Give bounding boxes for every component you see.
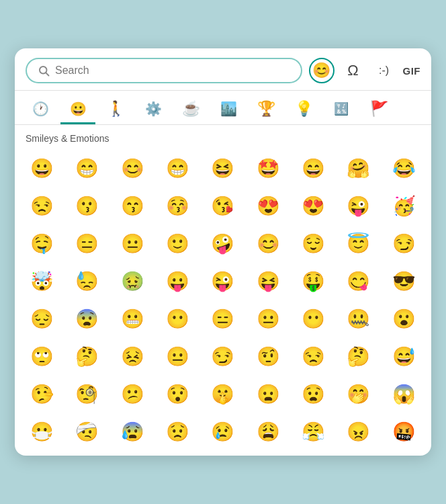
- emoji-cell[interactable]: 😜: [201, 263, 244, 300]
- emoji-cell[interactable]: 🧐: [65, 376, 109, 413]
- emoji-cell[interactable]: 😑: [65, 226, 109, 262]
- svg-line-1: [46, 73, 48, 75]
- tab-symbols[interactable]: 💡: [286, 95, 321, 124]
- emoji-cell[interactable]: 😍: [292, 188, 335, 224]
- emoji-cell[interactable]: 🥳: [382, 188, 426, 224]
- emoji-cell[interactable]: 😤: [292, 414, 335, 450]
- emoji-cell[interactable]: 😶: [292, 301, 335, 337]
- tab-people[interactable]: 🚶: [98, 95, 133, 124]
- emoji-cell[interactable]: 😁: [65, 151, 109, 187]
- tab-activities[interactable]: ⚙️: [136, 95, 171, 124]
- emoji-cell[interactable]: 🤗: [337, 151, 380, 187]
- emoji-cell[interactable]: 😒: [292, 339, 335, 375]
- emoji-cell[interactable]: 🤯: [20, 263, 64, 300]
- gif-button[interactable]: GIF: [403, 58, 421, 83]
- emoji-cell[interactable]: 😕: [111, 376, 154, 413]
- emoji-cell[interactable]: 😇: [337, 226, 380, 262]
- tab-objects[interactable]: 🏆: [249, 95, 283, 124]
- emoji-cell[interactable]: 😱: [382, 376, 426, 413]
- emoji-cell[interactable]: 😦: [247, 376, 290, 413]
- emoji-picker: 😊 Ω :-) GIF 🕐 😀 🚶 ⚙️ ☕ 🏙️: [15, 48, 431, 456]
- emoji-cell[interactable]: 😢: [201, 414, 244, 450]
- emoji-cell[interactable]: 😨: [65, 301, 109, 337]
- emoji-cell[interactable]: 🤫: [201, 376, 244, 413]
- tab-smileys[interactable]: 😀: [60, 95, 95, 124]
- emoji-cell[interactable]: 😋: [337, 263, 380, 300]
- search-box[interactable]: [26, 58, 302, 83]
- emoji-cell[interactable]: 😎: [382, 263, 426, 300]
- tab-travel[interactable]: 🏙️: [211, 95, 246, 124]
- emoji-cell[interactable]: 🤢: [111, 263, 154, 300]
- emoji-cell[interactable]: 😐: [247, 301, 290, 337]
- emoji-cell[interactable]: 😘: [201, 188, 244, 224]
- emoji-cell[interactable]: 😑: [201, 301, 244, 337]
- search-input[interactable]: [55, 65, 290, 77]
- emoji-cell[interactable]: 😁: [156, 151, 199, 187]
- emoji-cell[interactable]: 😮: [382, 301, 426, 337]
- tab-symbols2[interactable]: 🔣: [324, 95, 359, 124]
- category-tabs: 🕐 😀 🚶 ⚙️ ☕ 🏙️ 🏆 💡 🔣 🚩: [15, 91, 431, 125]
- emoji-cell[interactable]: 😐: [111, 226, 154, 262]
- search-icon: [38, 65, 50, 77]
- emoji-cell[interactable]: 😅: [382, 339, 426, 375]
- emoji-cell[interactable]: 🤤: [20, 226, 64, 262]
- emoji-cell[interactable]: 🤩: [247, 151, 290, 187]
- emoji-cell[interactable]: 😶: [156, 301, 199, 337]
- emoji-cell[interactable]: 😀: [20, 151, 64, 187]
- emoji-cell[interactable]: 😧: [292, 376, 335, 413]
- emoji-cell[interactable]: 😬: [111, 301, 154, 337]
- emoji-cell[interactable]: 😊: [247, 226, 290, 262]
- emoji-cell[interactable]: 😏: [201, 339, 244, 375]
- emoji-cell[interactable]: 😔: [20, 301, 64, 337]
- tab-flags[interactable]: 🚩: [361, 95, 396, 124]
- emoji-cell[interactable]: 😣: [111, 339, 154, 375]
- emoji-grid: 😀😁😊😁😆🤩😄🤗😂😒😗😙😚😘😍😍😜🥳🤤😑😐🙂🤪😊😌😇😏🤯😓🤢😛😜😝🤑😋😎😔😨😬😶…: [15, 148, 431, 456]
- omega-button[interactable]: Ω: [341, 58, 365, 83]
- emoji-cell[interactable]: 😏: [382, 226, 426, 262]
- emoji-cell[interactable]: 😚: [156, 188, 199, 224]
- emoji-cell[interactable]: 🤔: [65, 339, 109, 375]
- emoji-cell[interactable]: 🤕: [65, 414, 109, 450]
- emoji-cell[interactable]: 😝: [247, 263, 290, 300]
- emoji-cell[interactable]: 🤔: [337, 339, 380, 375]
- emoji-cell[interactable]: 😜: [337, 188, 380, 224]
- emoji-cell[interactable]: 😙: [111, 188, 154, 224]
- emoji-cell[interactable]: 😌: [292, 226, 335, 262]
- emoji-cell[interactable]: 😯: [156, 376, 199, 413]
- emoji-cell[interactable]: 😩: [247, 414, 290, 450]
- emoji-cell[interactable]: 😗: [65, 188, 109, 224]
- emoji-cell[interactable]: 😟: [156, 414, 199, 450]
- emoji-cell[interactable]: 🤬: [382, 414, 426, 450]
- emoji-cell[interactable]: 😂: [382, 151, 426, 187]
- emoji-cell[interactable]: 🤨: [247, 339, 290, 375]
- section-label: Smileys & Emotions: [15, 125, 431, 148]
- emoji-cell[interactable]: 🤑: [292, 263, 335, 300]
- tab-food[interactable]: ☕: [173, 95, 208, 124]
- emoji-cell[interactable]: 😊: [111, 151, 154, 187]
- emoji-cell[interactable]: 😄: [292, 151, 335, 187]
- emoji-cell[interactable]: 😠: [337, 414, 380, 450]
- emoji-cell[interactable]: 🙄: [20, 339, 64, 375]
- emoji-cell[interactable]: 😓: [65, 263, 109, 300]
- emoji-cell[interactable]: 😒: [20, 188, 64, 224]
- emoji-cell[interactable]: 😍: [247, 188, 290, 224]
- emoticon-button[interactable]: :-): [372, 58, 396, 83]
- emoji-cell[interactable]: 🤐: [337, 301, 380, 337]
- emoji-cell[interactable]: 🙂: [156, 226, 199, 262]
- emoji-cell[interactable]: 🤭: [337, 376, 380, 413]
- header: 😊 Ω :-) GIF: [15, 48, 431, 91]
- emoji-tab-button[interactable]: 😊: [309, 58, 334, 83]
- emoji-cell[interactable]: 😰: [111, 414, 154, 450]
- emoji-cell[interactable]: 😷: [20, 414, 64, 450]
- emoji-cell[interactable]: 😐: [156, 339, 199, 375]
- emoji-cell[interactable]: 😆: [201, 151, 244, 187]
- tab-recent[interactable]: 🕐: [23, 95, 58, 124]
- emoji-cell[interactable]: 🤪: [201, 226, 244, 262]
- emoji-cell[interactable]: 😛: [156, 263, 199, 300]
- emoji-cell[interactable]: 🤥: [20, 376, 64, 413]
